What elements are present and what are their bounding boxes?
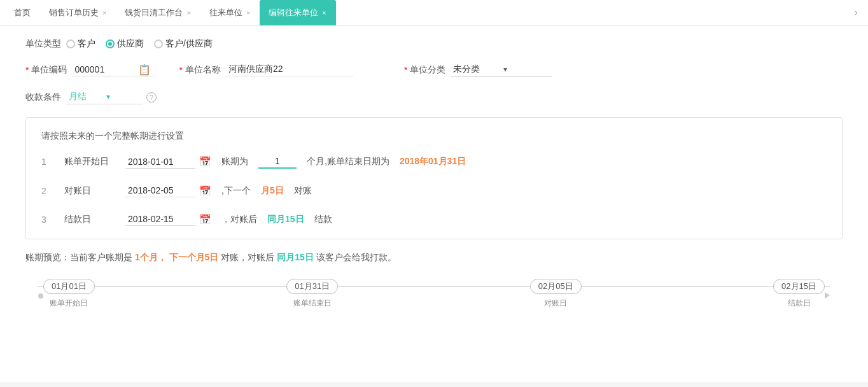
preview-label: 账期预览：当前客户账期是 (25, 252, 132, 262)
cal-icon-1[interactable]: 📅 (199, 156, 211, 167)
radio-customer-label: 客户 (78, 38, 95, 50)
unit-category-item: * 单位分类 未分类 ▾ (404, 62, 552, 77)
unit-type-row: 单位类型 客户 供应商 客户/供应商 (25, 38, 843, 50)
setting-num-3: 3 (41, 215, 54, 225)
setting-field-2: 对账日 (64, 185, 115, 197)
date-input-2[interactable] (125, 184, 195, 197)
date-input-3[interactable] (125, 213, 195, 226)
setting-field-3: 结款日 (64, 214, 115, 225)
tab-close-edit-partner[interactable]: × (322, 9, 326, 17)
unit-code-input-wrap: 📋 (72, 63, 153, 76)
unit-name-input[interactable] (226, 63, 353, 76)
tab-home[interactable]: 首页 (5, 0, 40, 25)
radio-circle-supplier (106, 39, 115, 48)
timeline-end-arrow (825, 292, 830, 299)
radio-both[interactable]: 客户/供应商 (154, 38, 213, 50)
timeline-date-4: 02月15日 (773, 279, 825, 294)
unit-category-label: 单位分类 (410, 64, 445, 76)
unit-code-required: * (25, 65, 29, 75)
main-content: 单位类型 客户 供应商 客户/供应商 * 单位编码 (0, 25, 868, 382)
date-wrap-2: 📅 (125, 184, 211, 197)
unit-category-select[interactable]: 未分类 ▾ (451, 62, 552, 77)
payment-select[interactable]: 月结 ▾ (66, 90, 143, 104)
timeline-node-4: 02月15日 结款日 (773, 279, 825, 309)
setting-row-3: 3 结款日 📅 ，对账后 同月15日 结款 (41, 213, 827, 226)
timeline-label-3: 对账日 (544, 298, 567, 309)
setting-row-2: 2 对账日 📅 ,下一个 月5日 对账 (41, 184, 827, 197)
unit-code-input[interactable] (72, 63, 136, 76)
unit-category-arrow: ▾ (503, 65, 550, 74)
preview-payment-day: 同月15日 (277, 252, 314, 262)
timeline-date-1: 01月01日 (43, 279, 95, 294)
tab-close-partners[interactable]: × (246, 9, 250, 17)
unit-name-label: 单位名称 (185, 64, 221, 76)
timeline-start-dot (38, 293, 43, 299)
date-wrap-1: 📅 (125, 155, 211, 169)
setting-field-1: 账单开始日 (64, 156, 115, 167)
tab-more-button[interactable]: › (849, 6, 863, 19)
radio-both-label: 客户/供应商 (165, 38, 213, 50)
unit-category-required: * (404, 65, 407, 75)
reconcile-month-day: 月5日 (261, 185, 284, 197)
timeline-label-1: 账单开始日 (50, 298, 88, 309)
payment-row: 收款条件 月结 ▾ ? (25, 90, 843, 104)
desc-period-suffix: 个月,账单结束日期为 (307, 156, 389, 167)
payment-value: 月结 (69, 91, 102, 102)
preview-reconcile-text: 对账，对账后 (221, 252, 274, 262)
cal-icon-2[interactable]: 📅 (199, 185, 211, 197)
preview-tail: 该客户会给我打款。 (316, 252, 396, 262)
tab-close-sales-history[interactable]: × (102, 9, 106, 17)
unit-category-value: 未分类 (453, 64, 500, 75)
radio-supplier-label: 供应商 (117, 38, 144, 50)
settings-box: 请按照未来的一个完整帐期进行设置 1 账单开始日 📅 账期为 个月,账单结束日期… (25, 117, 843, 239)
tab-partners[interactable]: 往来单位 × (200, 0, 260, 25)
desc-reconcile-prefix: ,下一个 (221, 185, 251, 197)
preview-period: 1个月， (135, 252, 167, 262)
timeline-nodes: 01月01日 账单开始日 01月31日 账单结束日 02月05日 对账日 02月… (43, 279, 825, 309)
unit-code-label: 单位编码 (31, 64, 67, 76)
payment-item: 收款条件 月结 ▾ ? (25, 90, 157, 104)
unit-name-item: * 单位名称 (179, 63, 353, 76)
payment-month-day: 同月15日 (267, 214, 304, 225)
tab-bar: 首页 销售订单历史 × 钱货日清工作台 × 往来单位 × 编辑往来单位 × › (0, 0, 868, 25)
preview-text: 账期预览：当前客户账期是 1个月， 下一个月5日 对账，对账后 同月15日 该客… (25, 252, 843, 264)
date-wrap-3: 📅 (125, 213, 211, 226)
timeline-node-1: 01月01日 账单开始日 (43, 279, 95, 309)
preview-reconcile-day: 下一个月5日 (169, 252, 219, 262)
unit-type-radio-group: 客户 供应商 客户/供应商 (66, 38, 213, 50)
timeline-date-2: 01月31日 (286, 279, 338, 294)
months-input[interactable] (258, 155, 297, 169)
radio-supplier[interactable]: 供应商 (106, 38, 144, 50)
tab-sales-history[interactable]: 销售订单历史 × (40, 0, 116, 25)
timeline: 01月01日 账单开始日 01月31日 账单结束日 02月05日 对账日 02月… (25, 279, 843, 309)
desc-period-prefix: 账期为 (221, 156, 248, 167)
timeline-node-3: 02月05日 对账日 (530, 279, 582, 309)
unit-info-row: * 单位编码 📋 * 单位名称 * 单位分类 未分类 ▾ (25, 62, 843, 77)
unit-code-icon[interactable]: 📋 (136, 64, 153, 76)
radio-circle-customer (66, 39, 75, 48)
unit-type-label: 单位类型 (25, 38, 61, 50)
radio-circle-both (154, 39, 163, 48)
payment-help-icon[interactable]: ? (146, 92, 157, 102)
timeline-label-4: 结款日 (788, 298, 811, 309)
setting-row-1: 1 账单开始日 📅 账期为 个月,账单结束日期为 2018年01月31日 (41, 155, 827, 169)
setting-num-2: 2 (41, 186, 54, 196)
tab-edit-partner[interactable]: 编辑往来单位 × (260, 0, 335, 25)
timeline-label-2: 账单结束日 (293, 298, 332, 309)
radio-customer[interactable]: 客户 (66, 38, 95, 50)
settings-title: 请按照未来的一个完整帐期进行设置 (41, 130, 827, 142)
tab-cashwork[interactable]: 钱货日清工作台 × (116, 0, 200, 25)
cal-icon-3[interactable]: 📅 (199, 214, 211, 225)
date-input-1[interactable] (125, 155, 195, 169)
unit-code-item: * 单位编码 📋 (25, 63, 153, 76)
payment-label: 收款条件 (25, 92, 61, 103)
period-end-date: 2018年01月31日 (400, 156, 466, 167)
setting-num-1: 1 (41, 157, 54, 167)
payment-arrow: ▾ (106, 92, 140, 101)
desc-reconcile-suffix: 对账 (294, 185, 312, 197)
unit-name-required: * (179, 65, 182, 75)
timeline-date-3: 02月05日 (530, 279, 582, 294)
tab-close-cashwork[interactable]: × (186, 9, 190, 17)
unit-type-item: 单位类型 客户 供应商 客户/供应商 (25, 38, 213, 50)
timeline-node-2: 01月31日 账单结束日 (286, 279, 338, 309)
